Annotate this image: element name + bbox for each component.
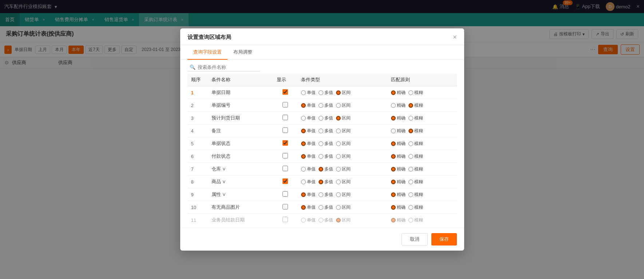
tab-layout-adjust-label: 布局调整 [233,49,252,55]
modal-search-area: 🔍 [180,60,464,68]
search-box: 🔍 [187,63,260,68]
tab-layout-adjust[interactable]: 布局调整 [228,45,258,60]
tab-query-fields[interactable]: 查询字段设置 [187,45,228,60]
modal-close-button[interactable]: × [453,34,457,41]
modal-header: 设置查询区域布局 × [180,28,464,45]
tab-query-fields-label: 查询字段设置 [193,49,222,55]
modal-title: 设置查询区域布局 [187,34,231,41]
search-icon: 🔍 [190,64,195,68]
search-input[interactable] [198,64,256,68]
settings-modal: 设置查询区域布局 × 查询字段设置 布局调整 🔍 顺序 [180,28,464,68]
modal-overlay: 设置查询区域布局 × 查询字段设置 布局调整 🔍 顺序 [0,0,644,68]
modal-tabs: 查询字段设置 布局调整 [180,45,464,60]
